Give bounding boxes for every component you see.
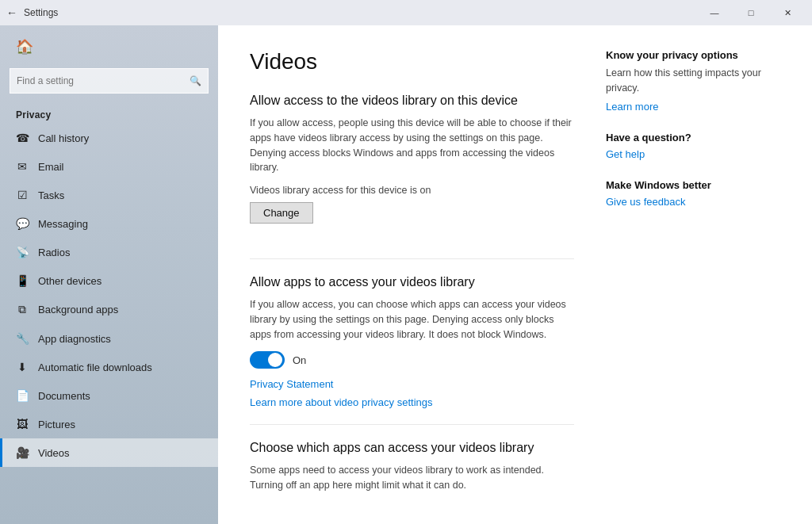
sidebar: 🏠 🔍 Privacy ☎ Call history ✉ Email ☑ Tas… xyxy=(0,25,218,524)
sidebar-item-app-diagnostics[interactable]: 🔧 App diagnostics xyxy=(0,324,218,353)
sidebar-item-label: Radios xyxy=(38,247,70,258)
give-feedback-link[interactable]: Give us feedback xyxy=(606,196,780,208)
automatic-downloads-icon: ⬇ xyxy=(16,361,29,373)
pictures-icon: 🖼 xyxy=(16,418,29,430)
toggle-knob xyxy=(268,353,282,367)
sidebar-item-label: Pictures xyxy=(38,419,75,430)
app-access-desc: If you allow access, you can choose whic… xyxy=(250,297,574,342)
sidebar-item-label: Email xyxy=(38,161,64,173)
feedback-section: Make Windows better Give us feedback xyxy=(606,179,780,208)
sidebar-item-other-devices[interactable]: 📱 Other devices xyxy=(0,266,218,295)
restore-button[interactable]: □ xyxy=(733,0,769,25)
sidebar-item-pictures[interactable]: 🖼 Pictures xyxy=(0,410,218,438)
sidebar-item-radios[interactable]: 📡 Radios xyxy=(0,238,218,266)
toggle-label: On xyxy=(293,354,306,366)
choose-apps-desc: Some apps need to access your videos lib… xyxy=(250,463,574,493)
background-apps-icon: ⧉ xyxy=(16,303,29,316)
privacy-statement-link[interactable]: Privacy Statement xyxy=(250,378,574,390)
messaging-icon: 💬 xyxy=(16,217,29,230)
info-panel: Know your privacy options Learn how this… xyxy=(606,49,780,500)
toggle-row: On xyxy=(250,351,574,369)
title-bar: ← Settings — □ ✕ xyxy=(0,0,812,25)
privacy-options-text: Learn how this setting impacts your priv… xyxy=(606,66,780,96)
content-area: Videos Allow access to the videos librar… xyxy=(218,25,812,524)
sidebar-item-messaging[interactable]: 💬 Messaging xyxy=(0,209,218,238)
page-title: Videos xyxy=(250,49,574,75)
divider-2 xyxy=(250,424,574,425)
search-input[interactable] xyxy=(17,75,190,86)
call-history-icon: ☎ xyxy=(16,132,29,144)
home-button[interactable]: 🏠 xyxy=(0,25,218,62)
title-bar-title: Settings xyxy=(24,7,696,18)
tasks-icon: ☑ xyxy=(16,189,29,201)
documents-icon: 📄 xyxy=(16,389,29,402)
sidebar-item-label: Tasks xyxy=(38,189,64,201)
sidebar-item-label: Call history xyxy=(38,132,89,144)
app-access-title: Allow apps to access your videos library xyxy=(250,275,574,289)
search-box[interactable]: 🔍 xyxy=(10,68,209,94)
sidebar-item-tasks[interactable]: ☑ Tasks xyxy=(0,181,218,209)
videos-icon: 🎥 xyxy=(16,446,29,459)
sidebar-item-label: Messaging xyxy=(38,218,88,230)
question-title: Have a question? xyxy=(606,132,780,143)
close-button[interactable]: ✕ xyxy=(769,0,806,25)
app-access-toggle[interactable] xyxy=(250,351,285,369)
sidebar-item-call-history[interactable]: ☎ Call history xyxy=(0,124,218,152)
window-controls: — □ ✕ xyxy=(696,0,806,25)
sidebar-item-label: Automatic file downloads xyxy=(38,361,152,373)
minimize-button[interactable]: — xyxy=(696,0,733,25)
content-main: Videos Allow access to the videos librar… xyxy=(250,49,574,500)
get-help-link[interactable]: Get help xyxy=(606,148,780,160)
change-button[interactable]: Change xyxy=(250,202,313,224)
sidebar-item-label: Documents xyxy=(38,390,90,402)
question-section: Have a question? Get help xyxy=(606,132,780,160)
email-icon: ✉ xyxy=(16,160,29,173)
choose-apps-title: Choose which apps can access your videos… xyxy=(250,441,574,455)
back-button[interactable]: ← xyxy=(6,6,17,19)
radios-icon: 📡 xyxy=(16,246,29,258)
device-access-status: Videos library access for this device is… xyxy=(250,185,574,196)
sidebar-item-documents[interactable]: 📄 Documents xyxy=(0,381,218,410)
sidebar-item-label: Background apps xyxy=(38,304,118,316)
sidebar-item-automatic-downloads[interactable]: ⬇ Automatic file downloads xyxy=(0,353,218,381)
sidebar-item-label: Other devices xyxy=(38,275,102,287)
feedback-title: Make Windows better xyxy=(606,179,780,191)
sidebar-item-label: Videos xyxy=(38,447,70,459)
divider-1 xyxy=(250,258,574,259)
learn-more-link[interactable]: Learn more xyxy=(606,101,780,113)
learn-more-video-link[interactable]: Learn more about video privacy settings xyxy=(250,396,574,408)
search-icon: 🔍 xyxy=(190,75,201,86)
privacy-options-section: Know your privacy options Learn how this… xyxy=(606,49,780,113)
other-devices-icon: 📱 xyxy=(16,274,29,287)
app-diagnostics-icon: 🔧 xyxy=(16,332,29,345)
sidebar-item-label: App diagnostics xyxy=(38,333,111,345)
device-access-desc: If you allow access, people using this d… xyxy=(250,116,574,175)
app-body: 🏠 🔍 Privacy ☎ Call history ✉ Email ☑ Tas… xyxy=(0,25,812,524)
sidebar-section-label: Privacy xyxy=(0,103,218,124)
privacy-options-title: Know your privacy options xyxy=(606,49,780,61)
device-access-title: Allow access to the videos library on th… xyxy=(250,94,574,108)
sidebar-item-background-apps[interactable]: ⧉ Background apps xyxy=(0,295,218,324)
sidebar-item-email[interactable]: ✉ Email xyxy=(0,152,218,181)
sidebar-item-videos[interactable]: 🎥 Videos xyxy=(0,438,218,467)
